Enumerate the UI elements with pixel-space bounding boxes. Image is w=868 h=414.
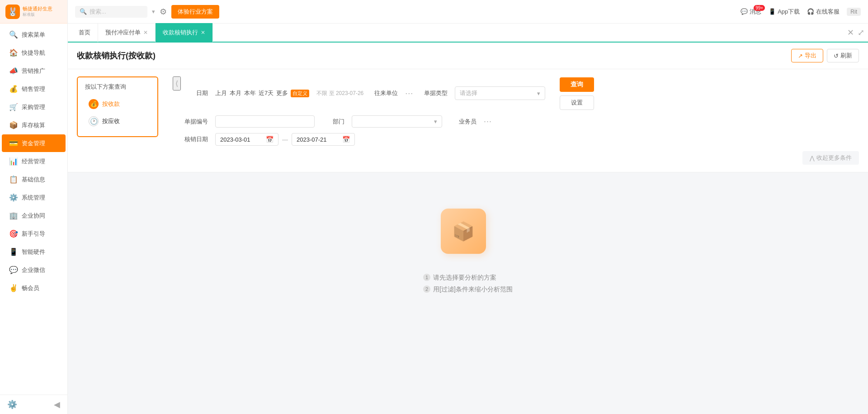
page-header-actions: ↗ 导出 ↺ 刷新 — [791, 49, 859, 69]
tab-prepayment[interactable]: 预付冲应付单 ✕ — [98, 23, 156, 42]
collapse-sidebar-icon[interactable]: ◀ — [54, 400, 60, 409]
sidebar-item-quick[interactable]: 🏠 快捷导航 — [2, 44, 66, 62]
export-icon: ↗ — [798, 52, 803, 59]
query-button[interactable]: 查询 — [560, 77, 594, 92]
message-button[interactable]: 💬 消息 99+ — [741, 8, 761, 16]
topbar-right: 💬 消息 99+ 📱 App下载 🎧 在线客服 Rit — [741, 8, 861, 16]
app-edition: 标准版 — [23, 12, 52, 18]
home-icon: 🏠 — [9, 48, 18, 57]
service-icon: 🎧 — [807, 8, 814, 15]
sidebar-item-search[interactable]: 🔍 搜索菜单 — [2, 26, 66, 43]
topbar-left: 🔍 搜索... ▾ ⚙ 体验行业方案 — [75, 5, 219, 19]
online-service-button[interactable]: 🎧 在线客服 — [807, 8, 840, 16]
industry-solution-button[interactable]: 体验行业方案 — [171, 5, 219, 19]
refresh-button[interactable]: ↺ 刷新 — [827, 49, 859, 62]
staff-selector[interactable]: ··· — [484, 117, 492, 126]
bill-type-select[interactable]: 请选择 ▾ — [455, 86, 545, 100]
page-title: 收款核销执行(按收款) — [77, 50, 156, 67]
message-badge: 99+ — [754, 5, 765, 11]
filter-by-receivable[interactable]: 🕐 按应收 — [85, 114, 150, 129]
date-this-year[interactable]: 本年 — [244, 89, 256, 97]
settings-footer-icon[interactable]: ⚙️ — [7, 400, 17, 409]
date-7days[interactable]: 近7天 — [259, 89, 274, 97]
topbar-search[interactable]: 🔍 搜索... — [75, 6, 147, 18]
date-unlimited-text: 不限 至 2023-07-26 — [316, 90, 363, 97]
sidebar-item-hardware[interactable]: 📱 智能硬件 — [2, 243, 66, 261]
sidebar-item-basic[interactable]: 📋 基础信息 — [2, 171, 66, 188]
sidebar-item-system[interactable]: ⚙️ 系统管理 — [2, 189, 66, 206]
empty-state: 请先选择要分析的方案 用[过滤]条件来缩小分析范围 — [68, 172, 868, 332]
sidebar-item-sales[interactable]: 💰 销售管理 — [2, 80, 66, 98]
sidebar-item-vip[interactable]: ✌️ 畅会员 — [2, 279, 66, 297]
sidebar-item-wechat[interactable]: 💬 企业微信 — [2, 261, 66, 279]
empty-hint-1: 请先选择要分析的方案 — [423, 272, 513, 284]
partner-selector[interactable]: ··· — [405, 89, 413, 98]
sidebar-item-operations[interactable]: 📊 经营管理 — [2, 152, 66, 170]
filter-area: 按以下方案查询 💰 按收款 🕐 按应收 ⟨ 日期 — [68, 69, 868, 172]
user-avatar[interactable]: Rit — [847, 8, 861, 16]
tab-collection[interactable]: 收款核销执行 ✕ — [156, 23, 213, 42]
verify-date-start[interactable]: 2023-03-01 📅 — [215, 133, 278, 146]
app-download-button[interactable]: 📱 App下载 — [769, 8, 800, 16]
gear-icon: ⚙️ — [9, 193, 18, 202]
date-filter: 上月 本月 本年 近7天 更多 自定义 — [215, 89, 309, 97]
chart-icon: 📊 — [9, 157, 18, 166]
app-name: 畅捷通好生意 — [23, 5, 52, 12]
calendar-start-icon: 📅 — [266, 136, 274, 143]
export-button[interactable]: ↗ 导出 — [791, 49, 823, 62]
settings-button[interactable]: 设置 — [560, 95, 594, 110]
date-custom-badge[interactable]: 自定义 — [291, 90, 309, 97]
tab-maximize-button[interactable]: ⤢ — [858, 28, 864, 38]
collapse-icon: ⋀ — [810, 155, 815, 162]
chat-icon: 💬 — [9, 266, 18, 274]
query-settings-group: 查询 设置 — [560, 76, 594, 110]
bill-no-input[interactable] — [215, 115, 315, 128]
topbar-gear-icon[interactable]: ⚙ — [160, 7, 167, 17]
tab-collection-close[interactable]: ✕ — [201, 29, 205, 36]
sidebar-item-enterprise[interactable]: 🏢 企业协同 — [2, 207, 66, 224]
topbar-dropdown-arrow[interactable]: ▾ — [152, 8, 155, 15]
tabbar-actions: ✕ ⤢ — [847, 28, 868, 38]
refresh-icon: ↺ — [834, 52, 839, 59]
date-range-separator: — — [282, 136, 288, 143]
logo-icon: 🐰 — [5, 5, 20, 19]
filter-panel-collapse-button[interactable]: ⟨ — [173, 76, 181, 90]
sidebar-item-marketing[interactable]: 📣 营销推广 — [2, 62, 66, 80]
empty-hints: 请先选择要分析的方案 用[过滤]条件来缩小分析范围 — [423, 272, 513, 295]
card-icon: 💳 — [9, 139, 18, 148]
dept-arrow: ▾ — [434, 118, 437, 125]
receipt-icon: 💰 — [89, 99, 99, 109]
sidebar-item-finance[interactable]: 💳 资金管理 — [2, 134, 66, 152]
search-row-3: 核销日期 2023-03-01 📅 — 2023-07-21 📅 — [181, 133, 859, 146]
partner-label: 往来单位 — [371, 89, 398, 97]
sidebar-item-inventory[interactable]: 📦 库存核算 — [2, 116, 66, 134]
target-icon: 🎯 — [9, 229, 18, 238]
collapse-conditions-button[interactable]: ⋀ 收起更多条件 — [802, 151, 859, 165]
sidebar-item-purchase[interactable]: 🛒 采购管理 — [2, 98, 66, 116]
tabbar: 首页 预付冲应付单 ✕ 收款核销执行 ✕ ✕ ⤢ — [68, 24, 868, 43]
date-more[interactable]: 更多 — [276, 89, 288, 97]
date-this-month[interactable]: 本月 — [230, 89, 241, 97]
bill-type-arrow: ▾ — [537, 90, 540, 97]
tab-home[interactable]: 首页 — [71, 23, 98, 42]
empty-robot-illustration — [441, 209, 486, 254]
sidebar-item-guide[interactable]: 🎯 新手引导 — [2, 225, 66, 243]
tab-close-all-button[interactable]: ✕ — [847, 28, 854, 38]
bill-type-label: 单据类型 — [420, 89, 448, 97]
topbar: 🔍 搜索... ▾ ⚙ 体验行业方案 💬 消息 99+ 📱 App下载 🎧 在线… — [68, 0, 868, 24]
message-icon: 💬 — [741, 8, 748, 15]
cart-icon: 🛒 — [9, 103, 18, 111]
filter-panel-title: 按以下方案查询 — [85, 83, 150, 91]
megaphone-icon: 📣 — [9, 67, 18, 75]
topbar-search-placeholder: 搜索... — [90, 8, 106, 16]
building-icon: 🏢 — [9, 211, 18, 220]
empty-image — [441, 209, 495, 263]
app-logo: 🐰 畅捷通好生意 标准版 — [0, 0, 67, 24]
dept-label: 部门 — [322, 118, 344, 126]
verify-date-end[interactable]: 2023-07-21 📅 — [292, 133, 355, 146]
date-last-month[interactable]: 上月 — [215, 89, 227, 97]
filter-by-receipt[interactable]: 💰 按收款 — [85, 96, 150, 112]
dept-select[interactable]: ▾ — [352, 115, 442, 128]
tab-prepayment-close[interactable]: ✕ — [143, 29, 148, 36]
app-icon: 📱 — [769, 8, 776, 15]
